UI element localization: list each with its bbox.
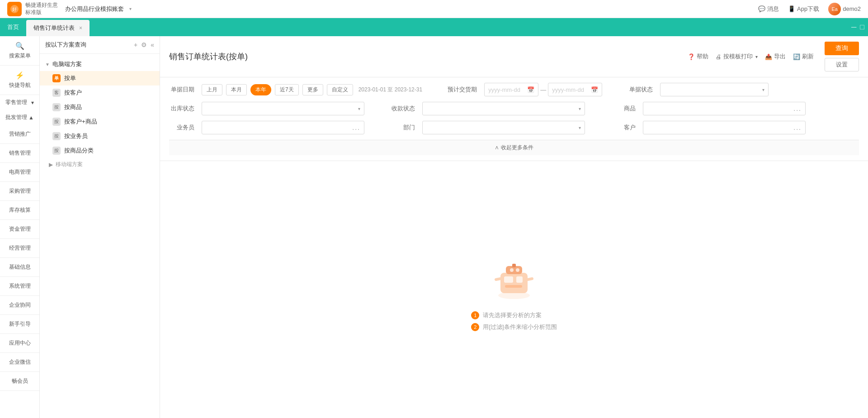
collapse-bar[interactable]: ∧ 收起更多条件 bbox=[169, 140, 859, 155]
query-button[interactable]: 查询 bbox=[825, 42, 859, 55]
scheme-icon-by-goods: 按 bbox=[52, 103, 61, 111]
scheme-item-by-customer[interactable]: 客 按客户 bbox=[40, 86, 160, 100]
sidebar-item-member[interactable]: 畅会员 bbox=[0, 372, 39, 391]
tip2-number: 2 bbox=[471, 323, 479, 331]
app-dropdown-arrow[interactable]: ▾ bbox=[129, 6, 132, 11]
print-dropdown-icon[interactable]: ▾ bbox=[755, 54, 758, 59]
collapse-panel-button[interactable]: « bbox=[151, 41, 154, 48]
refresh-icon: 🔄 bbox=[793, 53, 800, 60]
customer-select[interactable]: ... bbox=[643, 121, 806, 134]
sidebar-item-quicknav[interactable]: ⚡ 快捷导航 bbox=[0, 66, 39, 95]
app-title: 办公用品行业模拟账套 bbox=[65, 5, 124, 13]
left-panel-header: 按以下方案查询 + ⚙ « bbox=[40, 36, 160, 54]
print-icon: 🖨 bbox=[716, 53, 722, 60]
date-btn-7days[interactable]: 近7天 bbox=[275, 84, 299, 95]
date-btn-last-month[interactable]: 上月 bbox=[202, 84, 222, 95]
tip1-text: 请先选择要分析的方案 bbox=[483, 311, 542, 319]
sidebar-item-enterprise[interactable]: 企业协同 bbox=[0, 296, 39, 315]
add-scheme-button[interactable]: + bbox=[134, 41, 137, 48]
scheme-item-by-cust-goods[interactable]: 按 按客户+商品 bbox=[40, 114, 160, 129]
help-button[interactable]: ❓ 帮助 bbox=[688, 52, 708, 61]
window-minimize-button[interactable]: ─ bbox=[851, 23, 856, 31]
scheme-label-by-goods: 按商品 bbox=[64, 103, 82, 111]
settings-scheme-button[interactable]: ⚙ bbox=[141, 41, 147, 48]
scheme-item-by-salesperson[interactable]: 按 按业务员 bbox=[40, 129, 160, 143]
wholesale-expand-icon: ▲ bbox=[28, 114, 34, 121]
sidebar-item-appcenter[interactable]: 应用中心 bbox=[0, 334, 39, 353]
logo-text: 畅捷通好生意 标准版 bbox=[25, 2, 58, 16]
scheme-tree: ▼ 电脑端方案 单 按单 客 按客户 bbox=[40, 54, 160, 418]
customer-dots[interactable]: ... bbox=[793, 124, 802, 131]
scheme-icon-by-salesperson: 按 bbox=[52, 132, 61, 140]
pc-group-header[interactable]: ▼ 电脑端方案 bbox=[40, 57, 160, 71]
topbar: 好 畅捷通好生意 标准版 办公用品行业模拟账套 ▾ 💬 消息 📱 App下载 E… bbox=[0, 0, 868, 18]
expected-date-start-input[interactable]: yyyy-mm-dd 📅 bbox=[484, 83, 538, 96]
scheme-item-by-goods[interactable]: 按 按商品 bbox=[40, 100, 160, 114]
sidebar-item-purchase[interactable]: 采购管理 bbox=[0, 182, 39, 201]
expected-date-end-input[interactable]: yyyy-mm-dd 📅 bbox=[548, 83, 602, 96]
sidebar-item-sales[interactable]: 销售管理 bbox=[0, 144, 39, 163]
sidebar-item-search[interactable]: 🔍 搜索菜单 bbox=[0, 36, 39, 66]
ship-status-select[interactable]: ▾ bbox=[202, 102, 364, 115]
salesperson-select[interactable]: ... bbox=[202, 121, 364, 134]
pay-status-select[interactable]: ▾ bbox=[422, 102, 585, 115]
sidebar-item-ecommerce[interactable]: 电商管理 bbox=[0, 163, 39, 182]
dept-label: 部门 bbox=[390, 124, 415, 132]
date-label: 单据日期 bbox=[169, 86, 194, 94]
export-button[interactable]: 📤 导出 bbox=[765, 52, 786, 61]
dept-select[interactable]: ▾ bbox=[422, 121, 585, 134]
window-maximize-button[interactable]: □ bbox=[860, 23, 864, 31]
sidebar-item-marketing[interactable]: 营销推广 bbox=[0, 125, 39, 144]
scheme-icon-by-cust-goods: 按 bbox=[52, 118, 61, 126]
filter-settings-button[interactable]: 设置 bbox=[825, 58, 859, 71]
date-range-text: 2023-01-01 至 2023-12-31 bbox=[359, 86, 422, 94]
bill-status-select[interactable]: ▾ bbox=[660, 83, 769, 96]
svg-rect-5 bbox=[516, 276, 523, 283]
mobile-group-header[interactable]: ▶ 移动端方案 bbox=[40, 158, 160, 171]
scheme-item-by-order[interactable]: 单 按单 bbox=[40, 71, 160, 86]
date-btn-more[interactable]: 更多 bbox=[302, 84, 323, 95]
empty-state: 1 请先选择要分析的方案 2 用[过滤]条件来缩小分析范围 bbox=[160, 161, 868, 418]
sidebar-item-operation[interactable]: 经营管理 bbox=[0, 239, 39, 258]
goods-dots[interactable]: ... bbox=[793, 105, 802, 112]
date-btn-this-year[interactable]: 本年 bbox=[250, 84, 271, 95]
bill-status-arrow: ▾ bbox=[762, 87, 764, 92]
mobile-scheme-group: ▶ 移动端方案 bbox=[40, 158, 160, 171]
expected-date-start-wrapper: yyyy-mm-dd 📅 — yyyy-mm-dd 📅 bbox=[484, 83, 602, 96]
message-button[interactable]: 💬 消息 bbox=[758, 5, 779, 13]
svg-point-8 bbox=[510, 268, 514, 272]
sidebar-item-newuser[interactable]: 新手引导 bbox=[0, 315, 39, 334]
date-separator: — bbox=[540, 86, 546, 93]
tab-home[interactable]: 首页 bbox=[0, 18, 26, 36]
svg-line-12 bbox=[528, 279, 532, 280]
filter-row-1: 单据日期 上月 本月 本年 近7天 更多 自定义 2023-01-01 至 20… bbox=[169, 83, 859, 96]
sidebar-item-retail[interactable]: 零售管理 ▾ bbox=[0, 95, 39, 110]
nav-tabs: 首页 销售订单统计表 × ─ □ bbox=[0, 18, 868, 36]
sidebar-item-finance[interactable]: 资金管理 bbox=[0, 220, 39, 239]
retail-expand-icon: ▾ bbox=[31, 100, 34, 106]
main-layout: 🔍 搜索菜单 ⚡ 快捷导航 零售管理 ▾ 批发管理 ▲ 营销推广 销售管理 电商… bbox=[0, 36, 868, 418]
tab-sales-order-stats[interactable]: 销售订单统计表 × bbox=[26, 20, 90, 36]
filter-area: 单据日期 上月 本月 本年 近7天 更多 自定义 2023-01-01 至 20… bbox=[160, 77, 868, 161]
salesperson-dots[interactable]: ... bbox=[352, 124, 360, 131]
date-btn-this-month[interactable]: 本月 bbox=[226, 84, 247, 95]
sidebar-item-system[interactable]: 系统管理 bbox=[0, 277, 39, 296]
expected-date-label: 预计交货期 bbox=[448, 86, 477, 94]
goods-select[interactable]: ... bbox=[643, 102, 806, 115]
date-btn-custom[interactable]: 自定义 bbox=[327, 84, 353, 95]
sidebar-item-basic[interactable]: 基础信息 bbox=[0, 258, 39, 277]
sidebar-item-corpwechat[interactable]: 企业微信 bbox=[0, 353, 39, 372]
refresh-button[interactable]: 🔄 刷新 bbox=[793, 52, 814, 61]
app-download-button[interactable]: 📱 App下载 bbox=[788, 5, 819, 13]
tab-close-icon[interactable]: × bbox=[79, 25, 82, 31]
tip2-text: 用[过滤]条件来缩小分析范围 bbox=[483, 323, 557, 331]
sidebar-item-wholesale[interactable]: 批发管理 ▲ bbox=[0, 110, 39, 125]
topbar-left: 好 畅捷通好生意 标准版 办公用品行业模拟账套 ▾ bbox=[7, 2, 132, 16]
left-panel-title: 按以下方案查询 bbox=[45, 41, 86, 49]
goods-label: 商品 bbox=[610, 104, 636, 113]
user-profile[interactable]: Ea demo2 bbox=[828, 3, 861, 15]
print-button[interactable]: 🖨 按模板打印 ▾ bbox=[716, 52, 758, 61]
sidebar-item-inventory[interactable]: 库存核算 bbox=[0, 201, 39, 220]
svg-line-11 bbox=[496, 279, 500, 280]
scheme-item-by-goods-cat[interactable]: 按 按商品分类 bbox=[40, 143, 160, 158]
